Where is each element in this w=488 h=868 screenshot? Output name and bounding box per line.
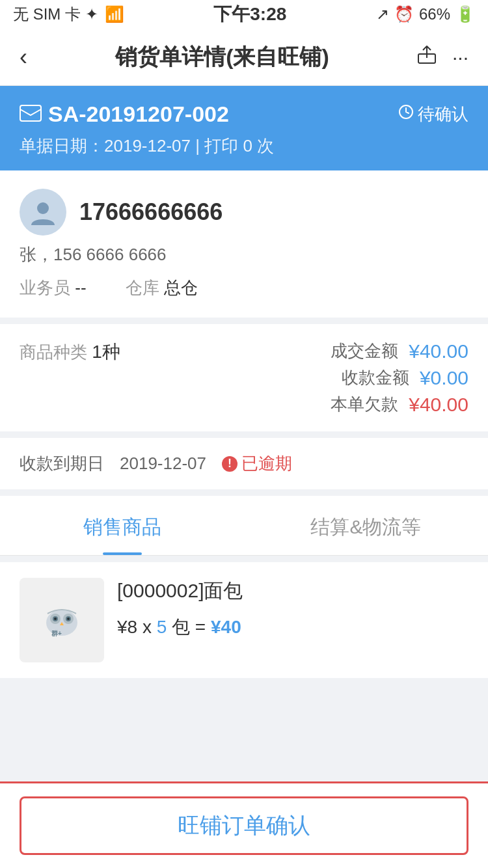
confirm-order-button[interactable]: 旺铺订单确认 xyxy=(20,796,468,855)
wifi-icon: 📶 xyxy=(105,5,124,23)
deal-amount-row: 成交金额 ¥40.00 xyxy=(331,340,468,362)
product-thumbnail: 群+ xyxy=(20,578,104,662)
no-sim-label: 无 SIM 卡 ✦ xyxy=(13,4,98,25)
svg-point-11 xyxy=(67,617,70,620)
svg-point-4 xyxy=(37,202,49,214)
overdue-badge: ! 已逾期 xyxy=(222,452,292,475)
status-bar: 无 SIM 卡 ✦ 📶 下午3:28 ↗ ⏰ 66% 🔋 xyxy=(0,0,488,29)
received-amount-value: ¥0.00 xyxy=(420,367,468,389)
warehouse-value: 总仓 xyxy=(164,278,198,297)
bottom-action-bar: 旺铺订单确认 xyxy=(0,781,488,868)
share-icon[interactable] xyxy=(417,45,437,69)
customer-top: 17666666666 xyxy=(20,189,468,236)
overdue-text: 已逾期 xyxy=(241,452,292,475)
debt-amount-label: 本单欠款 xyxy=(331,393,398,416)
debt-amount-row: 本单欠款 ¥40.00 xyxy=(331,393,468,416)
more-icon[interactable]: ··· xyxy=(452,46,468,68)
unit-label: 包 xyxy=(172,617,190,637)
nav-bar: ‹ 销货单详情(来自旺铺) ··· xyxy=(0,29,488,86)
tab-settlement[interactable]: 结算&物流等 xyxy=(244,496,488,555)
order-date-info: 单据日期：2019-12-07 | 打印 0 次 xyxy=(20,135,468,157)
page-title: 销货单详情(来自旺铺) xyxy=(115,42,329,72)
sales-info: 业务员 -- xyxy=(20,277,87,299)
product-price-formula: ¥8 x 5 包 = ¥40 xyxy=(117,615,468,640)
product-type-info: 商品种类 1种 xyxy=(20,340,120,364)
back-button[interactable]: ‹ xyxy=(20,44,27,71)
warehouse-info: 仓库 总仓 xyxy=(126,277,198,299)
product-type-label: 商品种类 xyxy=(20,342,87,362)
sales-label: 业务员 xyxy=(20,278,70,297)
product-item: 群+ [0000002]面包 ¥8 x 5 包 = ¥40 xyxy=(0,562,488,678)
svg-rect-2 xyxy=(20,105,41,121)
overdue-icon: ! xyxy=(222,456,237,472)
svg-point-10 xyxy=(54,617,57,620)
svg-text:群+: 群+ xyxy=(51,630,62,637)
battery-icon: 🔋 xyxy=(455,5,475,23)
due-date-label: 收款到期日 xyxy=(20,452,104,475)
clock-icon xyxy=(398,104,414,124)
product-type-value: 1种 xyxy=(92,342,120,362)
status-bar-left: 无 SIM 卡 ✦ 📶 xyxy=(13,4,124,25)
status-bar-time: 下午3:28 xyxy=(213,2,286,27)
product-sku-name: [0000002]面包 xyxy=(117,578,468,604)
deal-amount-label: 成交金额 xyxy=(331,340,398,362)
customer-meta: 业务员 -- 仓库 总仓 xyxy=(20,277,468,299)
sales-value: -- xyxy=(75,278,86,297)
avatar xyxy=(20,189,66,236)
customer-section: 17666666666 张，156 6666 6666 业务员 -- 仓库 总仓 xyxy=(0,170,488,318)
order-status-text: 待确认 xyxy=(418,103,468,126)
tab-sales[interactable]: 销售商品 xyxy=(0,496,244,555)
status-bar-right: ↗ ⏰ 66% 🔋 xyxy=(376,5,475,23)
customer-name-phone: 张，156 6666 6666 xyxy=(20,243,468,266)
nav-right-actions: ··· xyxy=(417,45,468,69)
product-details: [0000002]面包 ¥8 x 5 包 = ¥40 xyxy=(117,578,468,662)
warehouse-label: 仓库 xyxy=(126,278,159,297)
order-id: SA-20191207-002 xyxy=(20,102,229,127)
summary-section: 商品种类 1种 成交金额 ¥40.00 收款金额 ¥0.00 本单欠款 ¥40.… xyxy=(0,324,488,431)
order-header-card: SA-20191207-002 待确认 单据日期：2019-12-07 | 打印… xyxy=(0,86,488,170)
amount-info: 成交金额 ¥40.00 收款金额 ¥0.00 本单欠款 ¥40.00 xyxy=(331,340,468,416)
customer-phone: 17666666666 xyxy=(79,198,223,226)
quantity: 5 xyxy=(157,617,167,637)
due-date-value: 2019-12-07 xyxy=(120,454,206,474)
order-status-badge: 待确认 xyxy=(398,103,468,126)
order-icon xyxy=(20,102,42,127)
debt-amount-value: ¥40.00 xyxy=(409,394,468,416)
due-date-section: 收款到期日 2019-12-07 ! 已逾期 xyxy=(0,438,488,489)
unit-price: ¥8 xyxy=(117,617,137,637)
received-amount-row: 收款金额 ¥0.00 xyxy=(342,366,468,389)
tab-bar: 销售商品 结算&物流等 xyxy=(0,496,488,556)
deal-amount-value: ¥40.00 xyxy=(409,340,468,362)
total-price: ¥40 xyxy=(211,617,241,637)
received-amount-label: 收款金额 xyxy=(342,366,409,389)
battery-label: 66% xyxy=(419,5,450,23)
location-icon: ↗ xyxy=(376,5,389,23)
order-header-top: SA-20191207-002 待确认 xyxy=(20,102,468,127)
alarm-icon: ⏰ xyxy=(394,5,414,23)
